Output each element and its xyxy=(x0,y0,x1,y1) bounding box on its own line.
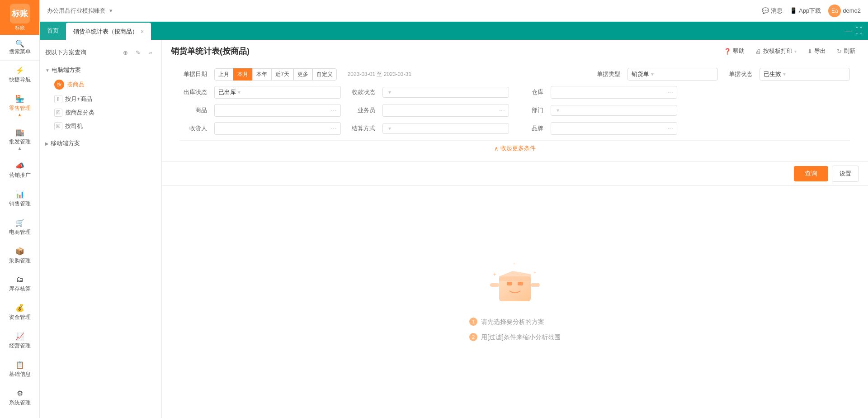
receipt-status-chevron: ▾ xyxy=(388,89,391,95)
add-scheme-btn[interactable]: ⊕ xyxy=(120,47,131,58)
warehouse-status-select[interactable]: 已出库 ▾ xyxy=(214,86,341,99)
left-panel: 按以下方案查询 ⊕ ✎ « ▼ 电脑端方案 xyxy=(40,40,162,418)
settlement-select[interactable]: ▾ xyxy=(382,123,509,134)
sidebar-item-marketing[interactable]: 📣 营销推广 xyxy=(0,156,39,185)
sidebar-search[interactable]: 🔍 搜索菜单 xyxy=(0,35,39,61)
warehouse-input[interactable]: ··· xyxy=(551,86,677,99)
refresh-btn[interactable]: ↻ 刷新 xyxy=(833,45,859,57)
sidebar-item-purchase[interactable]: 📦 采购管理 xyxy=(0,242,39,270)
empty-hints: 1 请先选择要分析的方案 2 用[过滤]条件来缩小分析范围 xyxy=(469,315,561,346)
sidebar-item-ecommerce[interactable]: 🛒 电商管理 xyxy=(0,213,39,242)
sidebar-item-basic[interactable]: 📋 基础信息 xyxy=(0,355,39,384)
tree-item-by-goods[interactable]: 按 按商品 xyxy=(40,77,161,92)
sidebar-item-inventory[interactable]: 🗂 库存核算 xyxy=(0,270,39,298)
doc-type-select[interactable]: 销货单 ▾ xyxy=(627,68,718,81)
basic-label: 基础信息 xyxy=(9,370,31,378)
brand-input[interactable]: ··· xyxy=(551,122,677,135)
content-area: 按以下方案查询 ⊕ ✎ « ▼ 电脑端方案 xyxy=(40,40,868,418)
goods-input[interactable]: ··· xyxy=(214,104,341,117)
help-btn[interactable]: ❓ 帮助 xyxy=(720,45,748,57)
desktop-scheme-parent[interactable]: ▼ 电脑端方案 xyxy=(40,63,161,77)
tree-item-by-cashier[interactable]: 回 按司机 xyxy=(40,119,161,133)
quick-nav-icon: ⚡ xyxy=(15,66,24,75)
brand-label: 品牌 xyxy=(516,124,543,133)
warehouse-status-chevron: ▾ xyxy=(238,89,241,95)
basic-icon: 📋 xyxy=(15,361,24,369)
doc-type-chevron: ▾ xyxy=(651,71,654,77)
svg-rect-2 xyxy=(518,282,523,285)
date-btn-custom[interactable]: 自定义 xyxy=(312,68,337,81)
receipt-status-select[interactable]: ▾ xyxy=(382,87,509,98)
warehouse-label: 仓库 xyxy=(516,88,543,96)
purchase-label: 采购管理 xyxy=(9,257,31,265)
sales-icon: 📊 xyxy=(15,190,24,199)
logo[interactable]: 标账 标账 xyxy=(0,0,39,35)
sidebar-item-enterprise[interactable]: 🤝 企业协同 xyxy=(0,412,39,418)
message-label: 消息 xyxy=(771,7,783,15)
receiver-input[interactable]: ··· xyxy=(214,122,341,135)
department-select[interactable]: ▾ xyxy=(551,105,677,116)
tab-active[interactable]: 销货单统计表（按商品） × xyxy=(66,23,151,41)
app-title: 办公用品行业模拟账套 xyxy=(47,7,106,15)
avatar: Ea xyxy=(828,5,841,17)
operations-icon: 📈 xyxy=(15,332,24,341)
tree-item-by-month-goods[interactable]: lì 按月+商品 xyxy=(40,92,161,106)
quick-nav-label: 快捷导航 xyxy=(9,76,31,84)
edit-scheme-btn[interactable]: ✎ xyxy=(132,47,143,58)
sidebar-item-system[interactable]: ⚙ 系统管理 xyxy=(0,384,39,412)
tab-close-icon[interactable]: × xyxy=(141,28,144,35)
logo-icon: 标账 xyxy=(10,4,30,24)
app-download-btn[interactable]: 📱 App下载 xyxy=(790,7,821,15)
setting-btn[interactable]: 设置 xyxy=(832,166,859,182)
date-btn-more[interactable]: 更多 xyxy=(293,68,312,81)
date-btn-current-month[interactable]: 本月 xyxy=(233,68,252,81)
receiver-label: 收货人 xyxy=(180,124,207,133)
page-header: 销货单统计表(按商品) ❓ 帮助 🖨 按模板打印 ▾ ⬇ xyxy=(162,40,868,162)
query-btn[interactable]: 查询 xyxy=(794,166,828,181)
page-actions: ❓ 帮助 🖨 按模板打印 ▾ ⬇ 导出 ↻ xyxy=(720,45,859,57)
salesperson-dots[interactable]: ··· xyxy=(499,106,505,114)
department-label: 部门 xyxy=(516,106,543,114)
print-icon: 🖨 xyxy=(755,48,761,55)
template-print-btn[interactable]: 🖨 按模板打印 ▾ xyxy=(752,45,800,57)
collapse-icon: « xyxy=(149,49,152,56)
sidebar-quick-nav[interactable]: ⚡ 快捷导航 xyxy=(0,61,39,89)
date-btn-last-7days[interactable]: 近7天 xyxy=(271,68,293,81)
tab-maximize-btn[interactable]: ⛶ xyxy=(855,27,863,35)
sidebar-item-sales[interactable]: 📊 销售管理 xyxy=(0,185,39,213)
sidebar-item-retail[interactable]: 🏪 零售管理 ▲ xyxy=(0,89,39,123)
tab-minimize-btn[interactable]: — xyxy=(844,27,852,35)
goods-dots[interactable]: ··· xyxy=(331,106,337,114)
message-btn[interactable]: 💬 消息 xyxy=(762,7,783,15)
collapse-panel-btn[interactable]: « xyxy=(145,47,156,58)
brand-dots[interactable]: ··· xyxy=(667,124,673,133)
tree-item-by-goods-category[interactable]: 回 按商品分类 xyxy=(40,106,161,119)
receiver-dots[interactable]: ··· xyxy=(331,124,337,133)
warehouse-dots[interactable]: ··· xyxy=(667,88,673,96)
date-btn-current-year[interactable]: 本年 xyxy=(252,68,271,81)
tab-home[interactable]: 首页 xyxy=(40,22,66,40)
export-label: 导出 xyxy=(814,47,826,55)
filter-row-2: 出库状态 已出库 ▾ 收款状态 ▾ 仓库 ··· xyxy=(180,86,850,99)
collapse-more-btn[interactable]: ∧ 收起更多条件 xyxy=(180,140,850,156)
help-icon: ❓ xyxy=(724,48,731,55)
sidebar-item-wholesale[interactable]: 🏬 批发管理 ▲ xyxy=(0,123,39,156)
collapse-label: 收起更多条件 xyxy=(500,144,536,152)
doc-status-value: 已生效 xyxy=(764,70,781,78)
doc-type-value: 销货单 xyxy=(632,70,649,78)
wholesale-icon: 🏬 xyxy=(15,128,24,137)
ecommerce-icon: 🛒 xyxy=(15,218,24,227)
salesperson-input[interactable]: ··· xyxy=(382,104,509,117)
sidebar-item-operations[interactable]: 📈 经营管理 xyxy=(0,327,39,355)
by-goods-icon: 按 xyxy=(54,80,64,90)
doc-status-select[interactable]: 已生效 ▾ xyxy=(760,68,850,81)
mobile-scheme-parent[interactable]: ▶ 移动端方案 xyxy=(40,137,161,150)
operations-label: 经营管理 xyxy=(9,342,31,350)
help-label: 帮助 xyxy=(733,47,745,55)
export-btn[interactable]: ⬇ 导出 xyxy=(804,45,830,57)
date-btn-last-month[interactable]: 上月 xyxy=(214,68,233,81)
user-info[interactable]: Ea demo2 xyxy=(828,5,861,17)
date-range: 2023-03-01 至 2023-03-31 xyxy=(348,71,411,78)
header-dropdown-icon[interactable]: ▾ xyxy=(109,7,113,14)
sidebar-item-finance[interactable]: 💰 资金管理 xyxy=(0,298,39,327)
